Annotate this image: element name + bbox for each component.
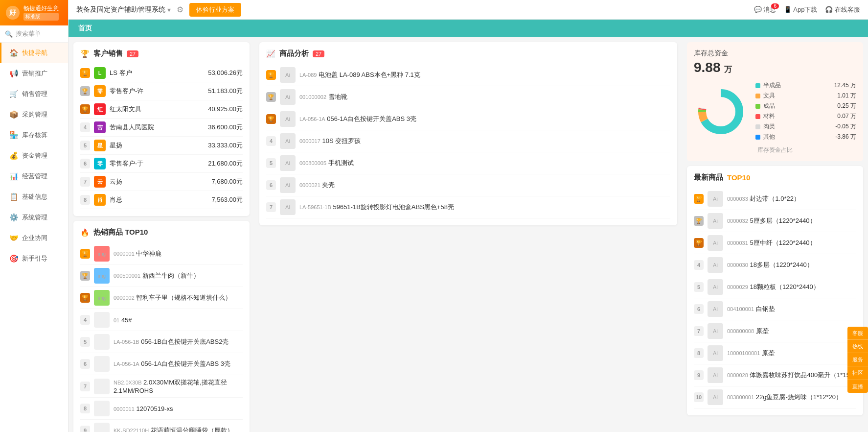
rank-number: 🏆 xyxy=(266,114,276,124)
rank-number: 6 xyxy=(266,180,276,190)
prod-code: 0000017 xyxy=(299,138,320,144)
ai-label: Ai xyxy=(713,240,718,246)
rank-avatar: 红 xyxy=(94,103,106,115)
prod-thumb: Ai xyxy=(280,199,296,215)
sidebar-item-purchase[interactable]: 📦 采购管理 xyxy=(0,104,68,125)
prod-thumb: Ai xyxy=(280,177,296,193)
sidebar-item-marketing[interactable]: 📢 营销推广 xyxy=(0,63,68,84)
sidebar-item-finance[interactable]: 💰 资金管理 xyxy=(0,145,68,166)
prod-thumb: Ai xyxy=(280,111,296,127)
prod-name: 雪地靴 xyxy=(328,93,347,100)
legend-dot xyxy=(755,135,760,140)
rank-number: 10 xyxy=(694,392,704,402)
rank-number: 4 xyxy=(694,260,704,270)
online-service-btn[interactable]: 🎧 在线客服 xyxy=(825,5,860,14)
prod-thumb: Ai xyxy=(708,191,723,207)
hot-products-title: 🔥 热销商品 TOP10 xyxy=(80,228,243,237)
sidebar-item-marketing-label: 营销推广 xyxy=(22,69,47,78)
settings-icon[interactable]: ⚙ xyxy=(177,5,183,14)
prod-item: 5 LA-056-1B 056-1B白色按键开关底ABS2壳 xyxy=(80,331,243,353)
chart-icon: 📊 xyxy=(9,172,18,181)
search-menu[interactable]: 🔍 搜索菜单 xyxy=(0,25,68,43)
legend-dot xyxy=(755,83,760,88)
page-tab-label: 首页 xyxy=(78,24,92,33)
rank-number: 8 xyxy=(80,195,90,205)
rank-number: 🏆 xyxy=(694,194,704,204)
rank-amount: 21,680.00元 xyxy=(208,159,243,168)
chart-icon: 📈 xyxy=(266,49,275,58)
prod-name: 原垄 xyxy=(762,349,775,357)
prod-name: 手机测试 xyxy=(328,159,354,167)
sidebar-item-quicknav[interactable]: 🏠 快捷导航 xyxy=(0,43,68,63)
customer-ranking-title: 🏆 客户销售 27 xyxy=(80,49,243,58)
new-prod-item: 7 Ai 000800008 原垄 xyxy=(694,320,856,342)
rank-amount: 36,600.00元 xyxy=(208,123,243,132)
prod-info: 0000011 12070519-xs xyxy=(114,405,243,412)
prod-item: 8 0000011 12070519-xs xyxy=(80,398,243,420)
prod-code: 0000033 xyxy=(727,196,748,202)
new-prod-item: 8 Ai 10000100001 原垄 xyxy=(694,342,856,364)
prod-code: 0000032 xyxy=(727,218,748,224)
legend-dot xyxy=(755,94,760,98)
inventory-title: 库存总资金 xyxy=(694,49,856,58)
sidebar-item-operations[interactable]: 📊 经营管理 xyxy=(0,166,68,187)
prod-thumb xyxy=(94,401,110,416)
prod-info: 004100001 白钢垫 xyxy=(727,305,856,313)
sidebar-item-inventory[interactable]: 🏪 库存核算 xyxy=(0,125,68,145)
sidebar-item-enterprise-label: 企业协同 xyxy=(22,234,47,242)
cs-float-btn[interactable]: 客服 xyxy=(847,327,868,339)
mid-prod-item: 🏆 Ai LA-089 电池盖 LA-089 ABS本色+黑种 7.1克 xyxy=(266,64,670,86)
prod-thumb: Ai xyxy=(280,155,296,171)
inventory-amount: 9.88 万 xyxy=(694,60,856,75)
prod-thumb: Ai xyxy=(280,89,296,105)
prod-name: 18多层（1220*2440） xyxy=(750,261,813,268)
product-analysis-badge: 27 xyxy=(313,50,324,57)
legend-item: 其他 -3.86 万 xyxy=(755,133,856,141)
sidebar: 好 畅捷通好生意 标准版 🔍 搜索菜单 🏠 快捷导航 📢 营销推广 🛒 销售管理… xyxy=(0,0,69,432)
cs-float-btn[interactable]: 直播 xyxy=(847,380,868,393)
cs-float-btn[interactable]: 服务 xyxy=(847,353,868,366)
money-icon: 💰 xyxy=(9,151,18,160)
rank-number: 🏆 xyxy=(266,70,276,80)
legend-name: 成品 xyxy=(763,102,834,110)
prod-item: 🏆 img 000500001 新西兰牛肉（新牛） xyxy=(80,265,243,287)
donut-legend: 半成品 12.45 万 文具 1.01 万 成品 0.25 万 材料 0.07 … xyxy=(755,81,856,143)
sidebar-item-basics[interactable]: 📋 基础信息 xyxy=(0,187,68,207)
sidebar-item-system[interactable]: ⚙️ 系统管理 xyxy=(0,207,68,228)
trial-button[interactable]: 体验行业方案 xyxy=(189,3,241,17)
sidebar-item-enterprise[interactable]: 🤝 企业协同 xyxy=(0,228,68,248)
ai-label: Ai xyxy=(713,394,718,400)
legend-item: 肉类 -0.05 万 xyxy=(755,122,856,131)
prod-info: 0000028 体嗾嘉枚味苏打饮品400毫升（1*15） xyxy=(727,371,856,380)
prod-info: LA-59651-1B 59651-1B旋转投影灯电池盒ABS黑色+58壳 xyxy=(299,203,670,212)
legend-value: -0.05 万 xyxy=(835,122,856,131)
messages-btn[interactable]: 💬 消息 6 xyxy=(754,5,777,14)
prod-code: 000800008 xyxy=(727,328,754,334)
app-badge: 标准版 xyxy=(23,13,59,21)
sidebar-item-system-label: 系统管理 xyxy=(22,213,47,222)
rank-number: 5 xyxy=(80,141,90,150)
clipboard-icon: 📋 xyxy=(9,192,18,201)
new-prod-item: 🏆 Ai 0000033 封边带（1.0*22） xyxy=(694,188,856,210)
rank-number: 6 xyxy=(80,359,90,369)
sidebar-item-guide[interactable]: 🎯 新手引导 xyxy=(0,248,68,269)
rank-number: 🏆 xyxy=(80,104,90,114)
sidebar-item-sales[interactable]: 🛒 销售管理 xyxy=(0,84,68,104)
svg-point-0 xyxy=(702,93,739,130)
app-download-btn[interactable]: 📱 App下载 xyxy=(784,5,817,14)
legend-name: 文具 xyxy=(763,92,834,100)
prod-info: 0000033 封边带（1.0*22） xyxy=(727,194,856,203)
prod-info: 0000001 中华神鹿 xyxy=(114,249,243,258)
sidebar-item-finance-label: 资金管理 xyxy=(22,151,47,160)
rank-item: 🏆 红 红太阳文具 40,925.00元 xyxy=(80,100,243,119)
prod-code: 0000002 xyxy=(114,295,135,301)
rank-amount: 40,925.00元 xyxy=(208,105,243,114)
cs-float-btn[interactable]: 热线 xyxy=(847,339,868,353)
rank-number: 6 xyxy=(694,304,704,314)
system-title-dropdown[interactable]: 装备及固定资产辅助管理系统 ▾ xyxy=(76,5,171,14)
right-panel: 库存总资金 9.88 万 xyxy=(682,37,868,432)
prod-name: 白钢垫 xyxy=(756,305,775,312)
rank-number: 🏆 xyxy=(80,293,90,303)
sidebar-item-sales-label: 销售管理 xyxy=(22,90,47,98)
cs-float-btn[interactable]: 社区 xyxy=(847,366,868,379)
